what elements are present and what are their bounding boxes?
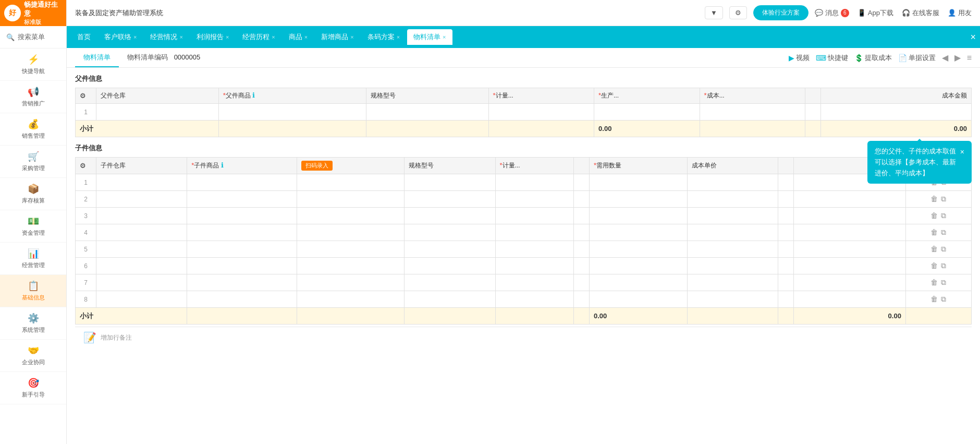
delete-row-3-button[interactable]: 🗑 [930, 211, 938, 220]
settings-button[interactable]: ⚙ [729, 6, 747, 19]
child-spec-1[interactable] [405, 174, 495, 191]
child-unit-6[interactable] [495, 258, 573, 274]
sidebar-item-quick-nav[interactable]: ⚡ 快捷导航 [0, 49, 66, 81]
child-unit-cost-6[interactable] [687, 258, 778, 274]
child-qty-7[interactable] [590, 274, 688, 291]
child-unit-cost-8[interactable] [687, 291, 778, 308]
child-spec-6[interactable] [405, 258, 495, 274]
tab-home[interactable]: 首页 [71, 29, 97, 45]
tab-close-profit[interactable]: × [226, 34, 229, 40]
subtab-bom-code[interactable]: 物料清单编码 0000005 [119, 49, 209, 67]
child-product-3[interactable] [187, 208, 297, 224]
tab-barcode[interactable]: 条码方案 × [361, 29, 406, 45]
child-qty-4[interactable] [590, 224, 688, 241]
sidebar-item-purchase[interactable]: 🛒 采购管理 [0, 146, 66, 178]
child-warehouse-6[interactable] [96, 258, 187, 274]
tab-operation[interactable]: 经营情况 × [144, 29, 189, 45]
app-download-action[interactable]: 📱 App下载 [858, 8, 893, 18]
child-warehouse-7[interactable] [96, 274, 187, 291]
copy-row-7-button[interactable]: ⧉ [941, 278, 946, 287]
sidebar-item-sales[interactable]: 💰 销售管理 [0, 113, 66, 146]
child-warehouse-4[interactable] [96, 224, 187, 241]
sidebar-search[interactable]: 🔍 搜索菜单 [0, 26, 66, 49]
child-qty-5[interactable] [590, 241, 688, 258]
child-warehouse-1[interactable] [96, 174, 187, 191]
child-unit-2[interactable] [495, 191, 573, 208]
child-unit-cost-7[interactable] [687, 274, 778, 291]
child-settings-header[interactable]: ⚙ [76, 158, 96, 174]
sidebar-item-marketing[interactable]: 📢 营销推广 [0, 81, 66, 113]
search-menu-button[interactable]: 🔍 搜索菜单 [4, 30, 62, 44]
child-unit-1[interactable] [495, 174, 573, 191]
copy-row-8-button[interactable]: ⧉ [941, 295, 946, 304]
close-all-tabs[interactable]: × [970, 32, 976, 43]
tab-product[interactable]: 商品 × [283, 29, 314, 45]
online-service-action[interactable]: 🎧 在线客服 [902, 8, 939, 18]
parent-settings-header[interactable]: ⚙ [76, 88, 96, 104]
parent-unit-1[interactable] [488, 104, 594, 121]
subtab-bom-list[interactable]: 物料清单 [75, 49, 119, 67]
add-row-icon[interactable]: 📝 [83, 331, 96, 344]
child-warehouse-8[interactable] [96, 291, 187, 308]
child-unit-cost-5[interactable] [687, 241, 778, 258]
shortcut-action[interactable]: ⌨ 快捷键 [816, 53, 848, 63]
child-qty-6[interactable] [590, 258, 688, 274]
delete-row-7-button[interactable]: 🗑 [930, 278, 938, 287]
child-product-8[interactable] [187, 291, 297, 308]
parent-warehouse-1[interactable] [96, 104, 219, 121]
child-unit-7[interactable] [495, 274, 573, 291]
tab-close-bom[interactable]: × [443, 34, 446, 40]
parent-product-1[interactable] [218, 104, 366, 121]
child-unit-8[interactable] [495, 291, 573, 308]
child-spec-2[interactable] [405, 191, 495, 208]
tab-bom[interactable]: 物料清单 × [407, 29, 452, 45]
child-spec-7[interactable] [405, 274, 495, 291]
sidebar-item-inventory[interactable]: 📦 库存核算 [0, 178, 66, 210]
prev-page-action[interactable]: ◀ [942, 53, 948, 63]
delete-row-5-button[interactable]: 🗑 [930, 245, 938, 254]
child-unit-4[interactable] [495, 224, 573, 241]
child-unit-5[interactable] [495, 241, 573, 258]
delete-row-2-button[interactable]: 🗑 [930, 195, 938, 203]
child-spec-3[interactable] [405, 208, 495, 224]
child-product-7[interactable] [187, 274, 297, 291]
child-product-5[interactable] [187, 241, 297, 258]
child-warehouse-5[interactable] [96, 241, 187, 258]
delete-row-6-button[interactable]: 🗑 [930, 261, 938, 270]
tab-close-operation[interactable]: × [179, 34, 182, 40]
sidebar-item-operations[interactable]: 📊 经营管理 [0, 243, 66, 275]
extract-cost-action[interactable]: 💲 提取成本 [854, 53, 892, 63]
child-product-2[interactable] [187, 191, 297, 208]
video-action[interactable]: ▶ 视频 [789, 53, 810, 63]
tab-profit[interactable]: 利润报告 × [190, 29, 235, 45]
sidebar-item-guide[interactable]: 🎯 新手引导 [0, 372, 66, 404]
parent-production-1[interactable] [594, 104, 700, 121]
child-qty-8[interactable] [590, 291, 688, 308]
expand-action[interactable]: ≡ [967, 53, 972, 63]
tab-close-history[interactable]: × [272, 34, 275, 40]
child-unit-cost-4[interactable] [687, 224, 778, 241]
next-page-action[interactable]: ▶ [954, 53, 961, 63]
child-spec-8[interactable] [405, 291, 495, 308]
tooltip-close-button[interactable]: × [960, 146, 964, 158]
child-product-1[interactable] [187, 174, 297, 191]
user-action[interactable]: 👤 用友 [948, 8, 972, 18]
child-unit-cost-3[interactable] [687, 208, 778, 224]
child-product-4[interactable] [187, 224, 297, 241]
copy-row-5-button[interactable]: ⧉ [941, 245, 946, 254]
tab-customer[interactable]: 客户联络 × [98, 29, 143, 45]
child-unit-3[interactable] [495, 208, 573, 224]
copy-row-4-button[interactable]: ⧉ [941, 228, 946, 237]
parent-spec-1[interactable] [366, 104, 488, 121]
single-setting-action[interactable]: 📄 单据设置 [898, 53, 936, 63]
child-warehouse-3[interactable] [96, 208, 187, 224]
tab-close-customer[interactable]: × [133, 34, 137, 40]
sidebar-item-basic-info[interactable]: 📋 基础信息 [0, 275, 66, 307]
copy-row-2-button[interactable]: ⧉ [941, 195, 946, 203]
child-qty-3[interactable] [590, 208, 688, 224]
child-spec-5[interactable] [405, 241, 495, 258]
sidebar-item-finance[interactable]: 💵 资金管理 [0, 210, 66, 243]
dropdown-button[interactable]: ▼ [705, 6, 723, 19]
copy-row-6-button[interactable]: ⧉ [941, 261, 946, 270]
child-product-6[interactable] [187, 258, 297, 274]
